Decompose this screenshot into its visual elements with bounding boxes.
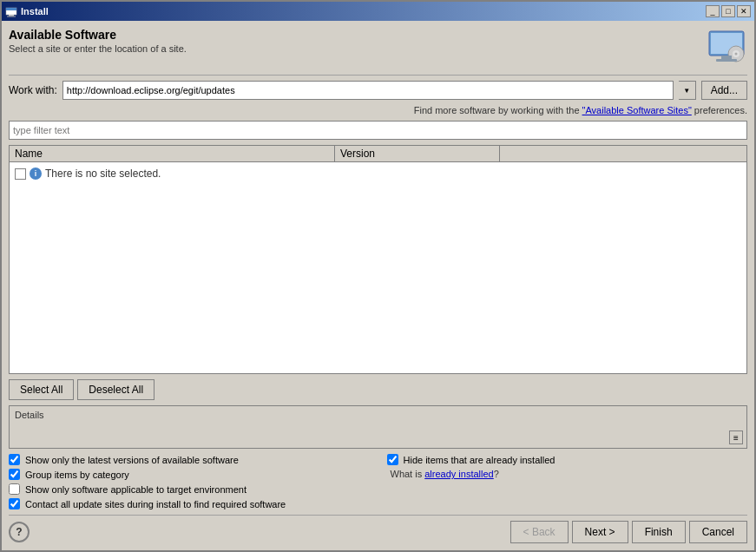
- select-all-button[interactable]: Select All: [9, 379, 74, 400]
- details-section: Details ≡: [9, 405, 747, 449]
- help-button[interactable]: ?: [9, 522, 30, 542]
- scroll-icon: ≡: [729, 430, 743, 444]
- footer-right: < Back Next > Finish Cancel: [510, 521, 747, 543]
- option-row-3: Contact all update sites during install …: [9, 498, 370, 509]
- option-label-0: Show only the latest versions of availab…: [25, 455, 239, 465]
- header-text: Available Software Select a site or ente…: [9, 28, 187, 54]
- filter-input[interactable]: [9, 121, 747, 140]
- selection-buttons: Select All Deselect All: [9, 379, 747, 400]
- info-icon: i: [30, 168, 42, 180]
- option-row-right-0: Hide items that are already installed: [387, 454, 748, 465]
- window-icon: [5, 5, 17, 17]
- column-name: Name: [10, 146, 335, 161]
- option-checkbox-0[interactable]: [9, 454, 20, 465]
- already-installed-row: What is already installed?: [387, 469, 748, 479]
- back-button[interactable]: < Back: [510, 521, 569, 543]
- option-checkbox-3[interactable]: [9, 498, 20, 509]
- row-checkbox[interactable]: [15, 168, 26, 180]
- work-with-dropdown-button[interactable]: ▼: [679, 81, 696, 100]
- option-checkbox-2[interactable]: [9, 483, 20, 495]
- deselect-all-button[interactable]: Deselect All: [77, 379, 154, 400]
- page-subtitle: Select a site or enter the location of a…: [9, 43, 187, 54]
- maximize-button[interactable]: □: [721, 5, 735, 17]
- title-controls: _ □ ✕: [706, 5, 751, 17]
- find-more-suffix: preferences.: [692, 105, 747, 115]
- already-installed-link[interactable]: already installed: [424, 469, 494, 479]
- header-section: Available Software Select a site or ente…: [9, 28, 747, 76]
- svg-rect-9: [721, 56, 732, 59]
- svg-rect-10: [716, 59, 737, 62]
- svg-point-8: [735, 53, 738, 56]
- column-extra: [500, 146, 746, 161]
- work-with-row: Work with: ▼ Add...: [9, 81, 747, 100]
- footer-left: ?: [9, 522, 30, 542]
- finish-button[interactable]: Finish: [632, 521, 686, 543]
- option-label-right-0: Hide items that are already installed: [404, 455, 555, 465]
- option-checkbox-1[interactable]: [9, 469, 20, 480]
- already-installed-suffix: ?: [494, 469, 499, 479]
- svg-rect-1: [6, 8, 16, 10]
- options-section: Show only the latest versions of availab…: [9, 454, 747, 509]
- find-more-text: Find more software by working with the: [414, 105, 582, 115]
- page-title: Available Software: [9, 28, 187, 42]
- install-window: Install _ □ ✕ Available Software Select …: [0, 0, 756, 552]
- footer: ? < Back Next > Finish Cancel: [9, 515, 747, 543]
- options-right: Hide items that are already installed Wh…: [387, 454, 748, 509]
- add-button[interactable]: Add...: [701, 81, 747, 100]
- close-button[interactable]: ✕: [737, 5, 751, 17]
- header-icon: [706, 28, 747, 69]
- available-software-sites-link[interactable]: "Available Software Sites": [582, 105, 692, 115]
- find-more-row: Find more software by working with the "…: [9, 105, 747, 115]
- next-button[interactable]: Next >: [572, 521, 628, 543]
- option-row-0: Show only the latest versions of availab…: [9, 454, 370, 465]
- window-title: Install: [21, 6, 49, 16]
- title-bar-left: Install: [5, 5, 49, 17]
- table-row: i There is no site selected.: [13, 166, 743, 181]
- details-label: Details: [15, 410, 741, 420]
- options-left: Show only the latest versions of availab…: [9, 454, 370, 509]
- work-with-input[interactable]: [62, 81, 674, 100]
- option-row-1: Group items by category: [9, 469, 370, 480]
- svg-rect-3: [7, 16, 16, 17]
- svg-rect-2: [9, 15, 14, 16]
- option-row-2: Show only software applicable to target …: [9, 483, 370, 495]
- option-label-2: Show only software applicable to target …: [25, 484, 247, 495]
- row-text: There is no site selected.: [45, 168, 161, 180]
- minimize-button[interactable]: _: [706, 5, 720, 17]
- work-with-label: Work with:: [9, 84, 57, 96]
- column-version: Version: [335, 146, 500, 161]
- option-label-1: Group items by category: [25, 470, 129, 480]
- table-header: Name Version: [10, 146, 746, 162]
- table-body: i There is no site selected.: [10, 162, 746, 373]
- software-table: Name Version i There is no site selected…: [9, 145, 747, 374]
- title-bar: Install _ □ ✕: [2, 2, 754, 21]
- main-content: Available Software Select a site or ente…: [2, 21, 754, 550]
- computer-icon: [706, 28, 747, 69]
- option-checkbox-right-0[interactable]: [387, 454, 398, 465]
- already-installed-prefix: What is: [391, 469, 425, 479]
- option-label-3: Contact all update sites during install …: [25, 499, 286, 509]
- cancel-button[interactable]: Cancel: [689, 521, 747, 543]
